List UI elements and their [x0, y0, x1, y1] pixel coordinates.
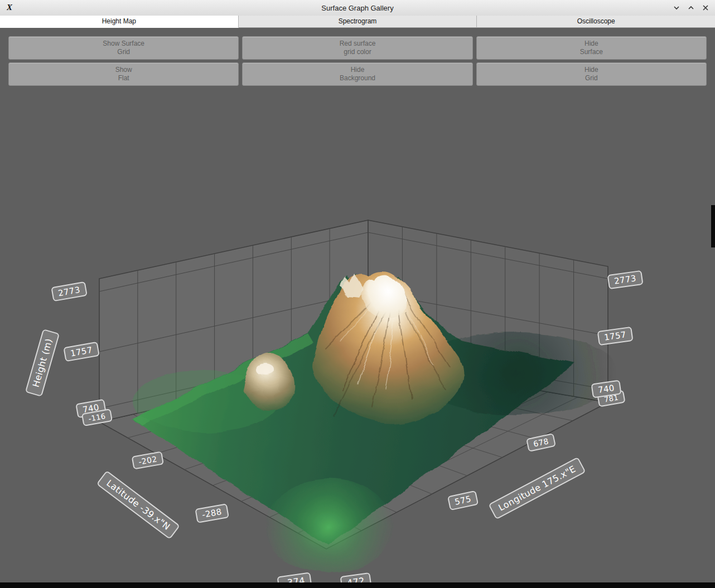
terrain-front-highlight	[265, 479, 393, 574]
button-label: Hide	[243, 66, 472, 74]
tab-oscilloscope[interactable]: Oscilloscope	[477, 16, 715, 28]
close-icon	[702, 4, 709, 11]
surface-plot-area: 2773 1757 740 Height (m) -116 -202 -288 …	[0, 88, 715, 588]
button-label: Grid	[477, 74, 706, 82]
tab-bar: Height Map Spectrogram Oscilloscope	[0, 16, 715, 28]
content-area: Show Surface Grid Red surface grid color…	[0, 28, 715, 588]
button-label: Show Surface	[9, 40, 238, 48]
show-surface-grid-button[interactable]: Show Surface Grid	[8, 36, 239, 60]
app-window: X Surface Graph Gallery Height Map Spec	[0, 0, 715, 588]
tab-spectrogram[interactable]: Spectrogram	[239, 16, 477, 28]
chevron-up-icon	[688, 4, 694, 11]
close-button[interactable]	[700, 3, 711, 13]
window-title: Surface Graph Gallery	[0, 4, 715, 12]
maximize-button[interactable]	[686, 3, 696, 13]
button-label: Flat	[9, 74, 238, 82]
minimize-button[interactable]	[671, 3, 682, 13]
hide-background-button[interactable]: Hide Background	[242, 62, 472, 86]
secondary-peak-snow	[258, 365, 274, 376]
show-flat-button[interactable]: Show Flat	[8, 62, 239, 86]
chevron-down-icon	[673, 4, 680, 11]
hide-grid-button[interactable]: Hide Grid	[476, 62, 707, 86]
window-bottom-edge	[0, 582, 715, 588]
button-label: Background	[243, 74, 472, 82]
button-label: Show	[9, 66, 238, 74]
toolbar: Show Surface Grid Red surface grid color…	[0, 28, 715, 86]
titlebar: X Surface Graph Gallery	[0, 0, 715, 16]
hide-surface-button[interactable]: Hide Surface	[476, 36, 707, 60]
button-label: grid color	[243, 48, 472, 56]
app-icon: X	[4, 2, 15, 12]
button-label: Hide	[477, 40, 706, 48]
button-label: Surface	[477, 48, 706, 56]
button-label: Grid	[9, 48, 238, 56]
window-controls	[671, 0, 711, 16]
screen-artifact	[711, 205, 715, 247]
button-label: Red surface	[243, 40, 472, 48]
button-label: Hide	[477, 66, 706, 74]
red-surface-grid-color-button[interactable]: Red surface grid color	[242, 36, 472, 60]
tab-height-map[interactable]: Height Map	[0, 16, 239, 28]
